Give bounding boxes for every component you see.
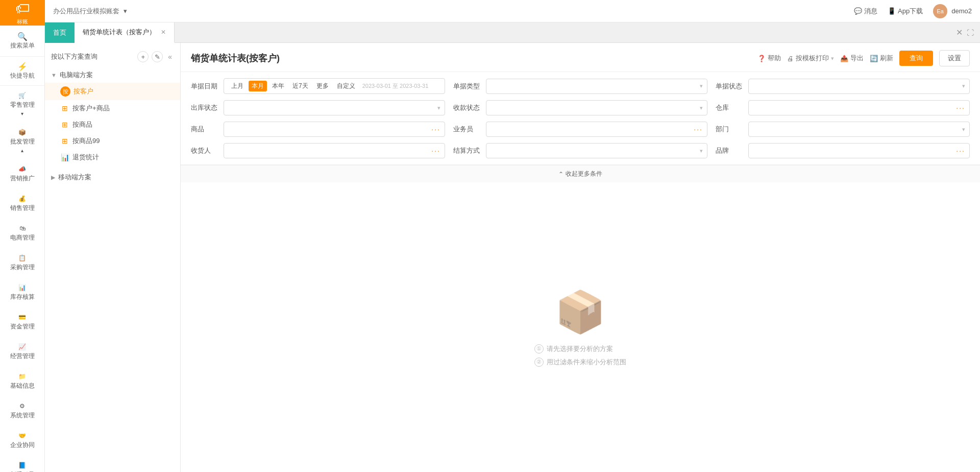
payment-status-select[interactable]: ▾ [486, 100, 707, 115]
sidebar-quick[interactable]: ⚡ 快捷导航 [0, 57, 44, 86]
tab-sales-stats[interactable]: 销货单统计表（按客户） ✕ [75, 22, 175, 43]
warehouse-label: 仓库 [716, 103, 744, 112]
stock-status-arrow-icon: ▾ [437, 105, 440, 111]
filter-item-product: 商品 ··· [191, 122, 445, 137]
sidebar-item-enterprise[interactable]: 🤝 企业协同 [0, 426, 44, 456]
receiver-dots-icon[interactable]: ··· [431, 147, 440, 155]
doc-type-select[interactable]: ▾ [486, 79, 707, 94]
print-dropdown-icon[interactable]: ▾ [831, 55, 834, 62]
help-label: 帮助 [768, 54, 781, 63]
date-input[interactable]: 上月 本月 本年 近7天 更多 自定义 2023-03-01 至 2023-03… [224, 78, 445, 94]
sidebar-item-operations[interactable]: 📈 经营管理 [0, 337, 44, 367]
sidebar-item-ecommerce[interactable]: 🛍 电商管理 [0, 219, 44, 248]
settlement-label: 结算方式 [453, 146, 482, 155]
receiver-input[interactable]: ··· [224, 143, 445, 158]
sidebar-item-sales[interactable]: 💰 销售管理 [0, 189, 44, 219]
filter-item-warehouse: 仓库 ··· [716, 100, 970, 115]
tab-home[interactable]: 首页 [45, 22, 75, 43]
stock-status-label: 出库状态 [191, 103, 219, 112]
filter-row-2: 出库状态 ▾ 收款状态 ▾ [191, 100, 970, 115]
scheme-item-icon-product-99: ⊞ [60, 136, 69, 146]
sidebar-item-newbie[interactable]: 📘 新手引导 [0, 456, 44, 472]
date-shortcut-custom[interactable]: 自定义 [334, 81, 358, 91]
filter-item-brand: 品牌 ··· [716, 143, 970, 158]
sidebar-logo[interactable]: 🏷 标账 [0, 0, 45, 26]
product-input[interactable]: ··· [224, 122, 445, 137]
collapse-bar[interactable]: ⌃ 收起更多条件 [181, 165, 980, 182]
scheme-collapse-button[interactable]: « [166, 52, 174, 62]
window-maximize-icon[interactable]: ⛶ [967, 29, 974, 37]
brand-input[interactable]: ··· [748, 143, 970, 158]
scheme-group-label-mobile: 移动端方案 [58, 173, 91, 182]
scheme-panel-actions: + ✎ « [137, 51, 174, 62]
doc-status-select[interactable]: ▾ [748, 79, 970, 94]
refresh-action[interactable]: 🔄 刷新 [870, 54, 893, 63]
settings-button[interactable]: 设置 [939, 50, 970, 66]
sidebar-item-label-operations: 经营管理 [10, 352, 35, 361]
sidebar-item-marketing[interactable]: 📣 营销推广 [0, 159, 44, 189]
settlement-arrow-icon: ▾ [700, 148, 703, 154]
sidebar-item-base[interactable]: 📁 基础信息 [0, 367, 44, 396]
app-download-action[interactable]: 📱 App下载 [888, 7, 923, 16]
filter-item-department: 部门 ▾ [716, 122, 970, 137]
page-title: 销货单统计表(按客户) [191, 52, 280, 64]
scheme-item-label-product: 按商品 [72, 120, 92, 129]
header-title: 办公用品行业模拟账套 [53, 7, 119, 16]
sidebar-item-retail[interactable]: 🛒 零售管理 ▾ [0, 86, 44, 123]
salesman-input[interactable]: ··· [486, 122, 707, 137]
header-left: 办公用品行业模拟账套 ▾ [53, 7, 127, 16]
window-close-icon[interactable]: ✕ [956, 28, 963, 37]
export-icon: 📤 [840, 55, 848, 62]
sidebar-item-wholesale[interactable]: 📦 批发管理 ▴ [0, 123, 44, 159]
brand-dots-icon[interactable]: ··· [956, 147, 965, 155]
scheme-group-desktop-header[interactable]: ▼ 电脑端方案 [45, 67, 180, 83]
product-dots-icon[interactable]: ··· [431, 125, 440, 133]
receiver-label: 收货人 [191, 146, 219, 155]
stock-status-select[interactable]: ▾ [224, 100, 445, 115]
settlement-select[interactable]: ▾ [486, 143, 707, 158]
doc-type-label: 单据类型 [453, 82, 482, 91]
sidebar-item-system[interactable]: ⚙ 系统管理 [0, 396, 44, 426]
salesman-dots-icon[interactable]: ··· [694, 125, 703, 133]
date-shortcut-more[interactable]: 更多 [313, 81, 332, 91]
scheme-item-by-product-99[interactable]: ⊞ 按商品99 [45, 133, 180, 149]
sidebar-item-purchase[interactable]: 📋 采购管理 [0, 248, 44, 278]
date-shortcut-current-month[interactable]: 本月 [249, 81, 267, 91]
scheme-add-button[interactable]: + [137, 51, 149, 62]
base-icon: 📁 [18, 373, 26, 380]
warehouse-dots-icon[interactable]: ··· [956, 104, 965, 112]
brand-label: 品牌 [716, 146, 744, 155]
user-profile[interactable]: Ea demo2 [933, 4, 972, 18]
tab-close-icon[interactable]: ✕ [161, 29, 166, 36]
sidebar-item-label-inventory: 库存核算 [10, 293, 35, 301]
date-shortcut-last-7[interactable]: 近7天 [289, 81, 311, 91]
department-select[interactable]: ▾ [748, 122, 970, 137]
sidebar-item-inventory[interactable]: 📊 库存核算 [0, 278, 44, 308]
filter-row-3: 商品 ··· 业务员 ··· [191, 122, 970, 137]
sidebar-item-label-enterprise: 企业协同 [10, 441, 35, 450]
print-label: 按模板打印 [796, 54, 829, 63]
date-shortcut-current-year[interactable]: 本年 [269, 81, 287, 91]
product-label: 商品 [191, 125, 219, 134]
header-dropdown-icon[interactable]: ▾ [124, 7, 127, 15]
sidebar-search[interactable]: 🔍 搜索菜单 [0, 26, 44, 57]
scheme-edit-button[interactable]: ✎ [152, 51, 163, 62]
warehouse-input[interactable]: ··· [748, 100, 970, 115]
scheme-item-by-customer-product[interactable]: ⊞ 按客户+商品 [45, 100, 180, 116]
print-action[interactable]: 🖨 按模板打印 ▾ [787, 54, 834, 63]
enterprise-icon: 🤝 [18, 432, 26, 439]
date-shortcut-last-month[interactable]: 上月 [228, 81, 247, 91]
doc-status-label: 单据状态 [716, 82, 744, 91]
scheme-item-by-product[interactable]: ⊞ 按商品 [45, 116, 180, 133]
scheme-group-mobile-header[interactable]: ▶ 移动端方案 [45, 170, 180, 185]
export-action[interactable]: 📤 导出 [840, 54, 864, 63]
message-action[interactable]: 💬 消息 [854, 7, 877, 16]
help-action[interactable]: ❓ 帮助 [757, 54, 781, 63]
sidebar-item-finance[interactable]: 💳 资金管理 [0, 308, 44, 337]
app-download-label: App下载 [898, 7, 923, 16]
message-label: 消息 [864, 7, 877, 16]
query-button[interactable]: 查询 [899, 51, 933, 66]
scheme-item-by-customer[interactable]: 按 按客户 [45, 83, 180, 100]
filter-item-doc-status: 单据状态 ▾ [716, 78, 970, 94]
scheme-item-return-stats[interactable]: 📊 退货统计 [45, 149, 180, 166]
